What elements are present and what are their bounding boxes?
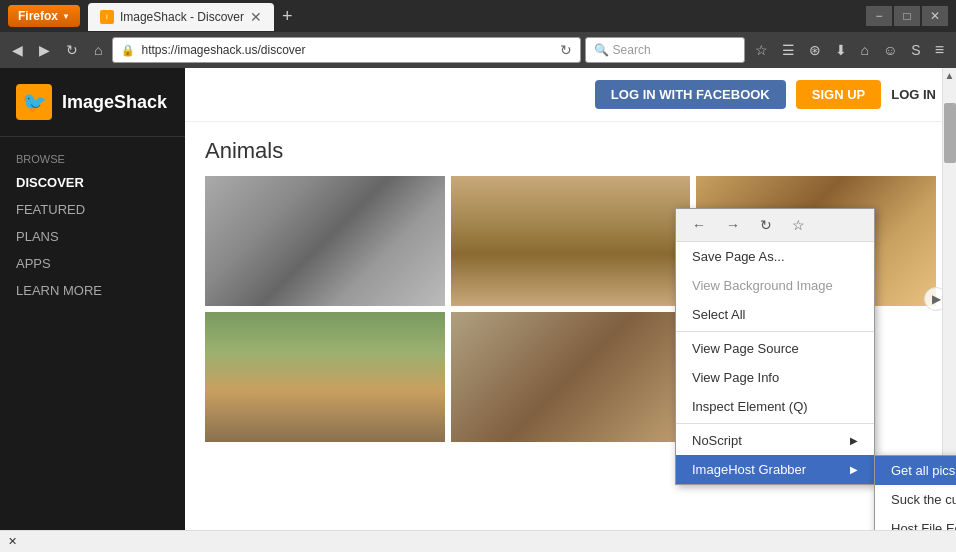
image-cell-horses[interactable] [451, 176, 691, 306]
back-button[interactable]: ◀ [6, 38, 29, 62]
search-placeholder: Search [613, 43, 651, 57]
menu-item-view-bg[interactable]: View Background Image [676, 271, 874, 300]
sidebar-nav: Browse DISCOVER FEATURED PLANS APPS LEAR… [0, 137, 185, 316]
address-bar[interactable]: 🔒 https://imageshack.us/discover ↻ [112, 37, 580, 63]
refresh-button[interactable]: ↻ [60, 38, 84, 62]
minimize-button[interactable]: − [866, 6, 892, 26]
security-lock-icon: 🔒 [121, 44, 135, 57]
context-reload-button[interactable]: ↻ [754, 215, 778, 235]
signup-button[interactable]: SIGN UP [796, 80, 881, 109]
menu-item-noscript[interactable]: NoScript ▶ [676, 426, 874, 455]
menu-separator-1 [676, 331, 874, 332]
menu-hamburger-icon[interactable]: ≡ [929, 37, 950, 63]
sidebar-item-plans[interactable]: PLANS [0, 223, 185, 250]
firefox-menu-button[interactable]: Firefox ▼ [8, 5, 80, 27]
url-text: https://imageshack.us/discover [141, 43, 553, 57]
sync-icon[interactable]: S [905, 37, 926, 63]
context-menu-popup: ← → ↻ ☆ Save Page As... View Background … [675, 208, 875, 485]
scroll-thumb[interactable] [944, 103, 956, 163]
context-menu: ← → ↻ ☆ Save Page As... View Background … [675, 208, 875, 485]
logo-text: ImageShack [62, 92, 167, 113]
close-button[interactable]: ✕ [922, 6, 948, 26]
image-cell-extra[interactable] [451, 312, 691, 442]
download-icon[interactable]: ⬇ [829, 37, 853, 63]
window-controls: − □ ✕ [866, 6, 948, 26]
tab-close-button[interactable]: ✕ [250, 9, 262, 25]
noscript-label: NoScript [692, 433, 742, 448]
tab-favicon: i [100, 10, 114, 24]
search-glass-icon: 🔍 [594, 43, 609, 57]
login-facebook-button[interactable]: LOG IN WITH FACEBOOK [595, 80, 786, 109]
active-tab[interactable]: i ImageShack - Discover ✕ [88, 3, 274, 31]
menu-item-view-info[interactable]: View Page Info [676, 363, 874, 392]
menu-item-select-all[interactable]: Select All [676, 300, 874, 329]
new-tab-button[interactable]: + [274, 2, 301, 31]
menu-item-inspect[interactable]: Inspect Element (Q) [676, 392, 874, 421]
context-forward-button[interactable]: → [720, 215, 746, 235]
toolbar-icons: ☆ ☰ ⊛ ⬇ ⌂ ☺ S ≡ [749, 37, 950, 63]
sidebar-item-apps[interactable]: APPS [0, 250, 185, 277]
firefox-dropdown-arrow: ▼ [62, 12, 70, 21]
image-cell-puppy[interactable] [205, 176, 445, 306]
login-button[interactable]: LOG IN [891, 87, 936, 102]
noscript-submenu-arrow: ▶ [850, 435, 858, 446]
title-bar: Firefox ▼ i ImageShack - Discover ✕ + − … [0, 0, 956, 32]
context-bookmark-button[interactable]: ☆ [786, 215, 811, 235]
tab-title: ImageShack - Discover [120, 10, 244, 24]
status-close-icon[interactable]: ✕ [8, 535, 17, 548]
submenu-item-suck-thread[interactable]: Suck the current thread [875, 485, 956, 514]
emoji-icon[interactable]: ☺ [877, 37, 903, 63]
sidebar-item-discover[interactable]: DISCOVER [0, 169, 185, 196]
context-back-button[interactable]: ← [686, 215, 712, 235]
imagehost-label: ImageHost Grabber [692, 462, 806, 477]
firefox-label: Firefox [18, 9, 58, 23]
bookmark-star-icon[interactable]: ☆ [749, 37, 774, 63]
logo-area: 🐦 ImageShack [0, 68, 185, 137]
logo-bird-icon: 🐦 [22, 90, 47, 114]
context-menu-nav-bar: ← → ↻ ☆ [676, 209, 874, 242]
menu-separator-2 [676, 423, 874, 424]
submenu-item-get-all-pics[interactable]: Get all pics on page [875, 456, 956, 485]
logo-icon: 🐦 [16, 84, 52, 120]
nav-bar: ◀ ▶ ↻ ⌂ 🔒 https://imageshack.us/discover… [0, 32, 956, 68]
browser-window: Firefox ▼ i ImageShack - Discover ✕ + − … [0, 0, 956, 552]
scroll-up-arrow[interactable]: ▲ [943, 68, 956, 83]
address-refresh-icon[interactable]: ↻ [560, 42, 572, 58]
page-content: LOG IN WITH FACEBOOK SIGN UP LOG IN Anim… [185, 68, 956, 530]
page-header: LOG IN WITH FACEBOOK SIGN UP LOG IN [185, 68, 956, 122]
page-title: Animals [205, 138, 936, 164]
content-area: 🐦 ImageShack Browse DISCOVER FEATURED PL… [0, 68, 956, 530]
browse-label: Browse [0, 149, 185, 169]
sidebar: 🐦 ImageShack Browse DISCOVER FEATURED PL… [0, 68, 185, 530]
restore-button[interactable]: □ [894, 6, 920, 26]
bookmark-list-icon[interactable]: ☰ [776, 37, 801, 63]
menu-item-imagehost[interactable]: ImageHost Grabber ▶ Get all pics on page… [676, 455, 874, 484]
menu-item-view-source[interactable]: View Page Source [676, 334, 874, 363]
menu-item-save-page[interactable]: Save Page As... [676, 242, 874, 271]
submenu-item-host-file[interactable]: Host File Editor [875, 514, 956, 530]
search-bar[interactable]: 🔍 Search [585, 37, 745, 63]
image-cell-deer[interactable] [205, 312, 445, 442]
home-nav-icon[interactable]: ⌂ [855, 37, 875, 63]
imagehost-submenu: Get all pics on page Suck the current th… [874, 455, 956, 530]
pocket-icon[interactable]: ⊛ [803, 37, 827, 63]
home-button[interactable]: ⌂ [88, 38, 108, 62]
forward-button[interactable]: ▶ [33, 38, 56, 62]
imagehost-submenu-arrow: ▶ [850, 464, 858, 475]
sidebar-item-learn-more[interactable]: LEARN MORE [0, 277, 185, 304]
status-bar: ✕ [0, 530, 956, 552]
sidebar-item-featured[interactable]: FEATURED [0, 196, 185, 223]
tab-bar: i ImageShack - Discover ✕ + [88, 2, 854, 31]
